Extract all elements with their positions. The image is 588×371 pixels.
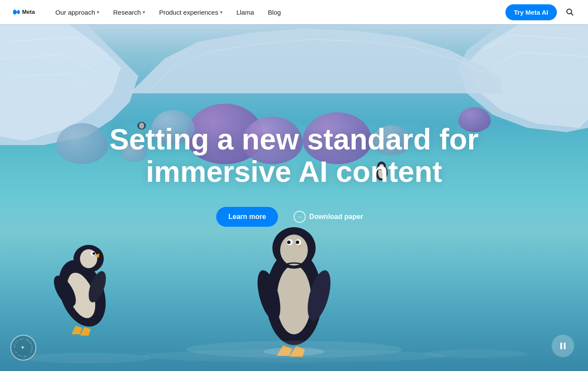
meta-logo-svg: Meta	[10, 8, 36, 16]
pause-icon	[560, 342, 566, 349]
download-paper-label: Download paper	[309, 213, 363, 221]
hero-buttons: Learn more → Download paper	[216, 205, 372, 229]
watermark: WITH AI IMAGINED • WITH AI IMAGINED • ✦	[10, 335, 36, 361]
chevron-down-icon: ▾	[220, 10, 223, 15]
nav-item-llama[interactable]: Llama	[231, 5, 259, 19]
search-icon	[566, 8, 574, 16]
hero-content: Setting a new standard for immersive AI …	[0, 24, 588, 371]
navbar: Meta Our approach ▾ Research ▾ Product e…	[0, 0, 588, 24]
watermark-svg: WITH AI IMAGINED • WITH AI IMAGINED • ✦	[11, 336, 35, 360]
meta-logo[interactable]: Meta	[10, 8, 36, 16]
nav-label-llama: Llama	[236, 9, 254, 16]
nav-label-research: Research	[113, 9, 141, 16]
hero-section: Setting a new standard for immersive AI …	[0, 0, 588, 371]
pause-button[interactable]	[552, 335, 574, 357]
svg-text:✦: ✦	[20, 344, 25, 351]
pause-bar-right	[564, 342, 566, 349]
main-nav: Our approach ▾ Research ▾ Product experi…	[50, 5, 505, 19]
chevron-down-icon: ▾	[143, 10, 145, 15]
pause-bar-left	[560, 342, 562, 349]
nav-label-our-approach: Our approach	[55, 9, 95, 16]
arrow-right-icon: →	[294, 211, 306, 223]
svg-text:Meta: Meta	[22, 9, 35, 15]
hero-title: Setting a new standard for immersive AI …	[99, 123, 489, 188]
navbar-actions: Try Meta AI	[505, 4, 578, 20]
nav-label-product-experiences: Product experiences	[159, 9, 218, 16]
download-paper-button[interactable]: → Download paper	[285, 205, 371, 229]
watermark-circle: WITH AI IMAGINED • WITH AI IMAGINED • ✦	[10, 335, 36, 361]
nav-item-blog[interactable]: Blog	[263, 5, 286, 19]
chevron-down-icon: ▾	[97, 10, 99, 15]
learn-more-button[interactable]: Learn more	[216, 207, 278, 227]
search-button[interactable]	[562, 4, 578, 20]
nav-item-research[interactable]: Research ▾	[108, 5, 150, 19]
nav-item-product-experiences[interactable]: Product experiences ▾	[154, 5, 228, 19]
try-meta-ai-button[interactable]: Try Meta AI	[505, 4, 557, 20]
nav-item-our-approach[interactable]: Our approach ▾	[50, 5, 105, 19]
nav-label-blog: Blog	[268, 9, 281, 16]
